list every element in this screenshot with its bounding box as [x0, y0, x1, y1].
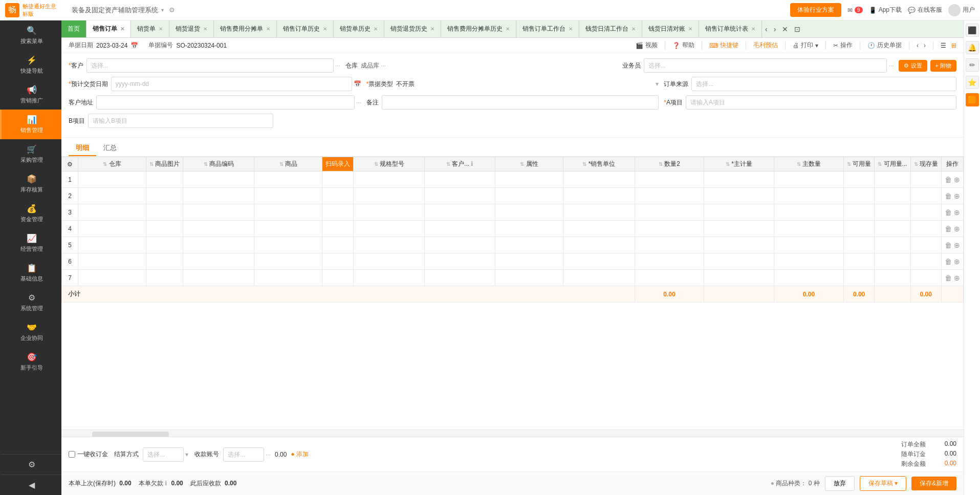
dropdown-arrow-icon[interactable]: ▾ — [161, 7, 164, 13]
customer-addr-input[interactable] — [96, 95, 355, 110]
tab-sales-order[interactable]: 销售订单 ✕ — [86, 20, 131, 37]
tab-close-icon-12[interactable]: ✕ — [751, 26, 755, 32]
row-delete-btn[interactable]: 🗑 — [945, 274, 952, 282]
col-settings[interactable]: ⚙ — [62, 157, 78, 171]
sidebar-item-purchase[interactable]: 🛒 采购管理 — [0, 139, 61, 169]
row-delete-btn[interactable]: 🗑 — [945, 225, 952, 233]
salesman-dots-btn[interactable]: ··· — [888, 62, 894, 69]
row-copy-btn[interactable]: ⊕ — [954, 225, 960, 233]
tab-daily-workbench[interactable]: 钱货日清工作台 ✕ — [579, 20, 642, 37]
sidebar-item-quicknav[interactable]: ⚡ 快捷导航 — [0, 50, 61, 80]
tab-close-icon-5[interactable]: ✕ — [323, 26, 327, 32]
bank-dots-btn[interactable]: ··· — [266, 451, 271, 458]
salesman-input[interactable] — [644, 58, 887, 73]
sidebar-item-system[interactable]: ⚙ 系统管理 — [0, 288, 61, 317]
tab-close-icon-11[interactable]: ✕ — [688, 26, 692, 32]
attachment-button[interactable]: + 附物 — [930, 60, 957, 72]
grid-view-btn[interactable]: ⊞ — [951, 42, 956, 49]
one-click-input[interactable] — [69, 451, 75, 458]
shortcut-btn[interactable]: ⌨ 快捷键 — [709, 41, 738, 50]
tab-close-icon-9[interactable]: ✕ — [569, 26, 573, 32]
col-code[interactable]: ⇅ 商品编码 — [183, 157, 254, 171]
profit-btn[interactable]: 毛利预估 — [753, 41, 778, 50]
discard-button[interactable]: 放弃 — [825, 476, 855, 491]
tab-next-btn[interactable]: › — [771, 25, 779, 33]
col-warehouse[interactable]: ⇅ 仓库 — [78, 157, 146, 171]
tab-close-icon-6[interactable]: ✕ — [374, 26, 378, 32]
tab-close-icon-10[interactable]: ✕ — [631, 26, 636, 32]
col-image[interactable]: ⇅ 商品图片 — [146, 157, 183, 171]
tab-close-icon-7[interactable]: ✕ — [430, 26, 434, 32]
customer-input[interactable] — [86, 58, 334, 73]
col-customer-code[interactable]: ⇅ 客户... ℹ — [425, 157, 495, 171]
row-copy-btn[interactable]: ⊕ — [954, 176, 960, 184]
col-qty2[interactable]: ⇅ 数量2 — [635, 157, 704, 171]
tab-order-workbench[interactable]: 销售订单工作台 ✕ — [516, 20, 579, 37]
tab-fee[interactable]: 销售费用分摊单 ✕ — [214, 20, 277, 37]
note-input[interactable] — [382, 95, 659, 110]
delivery-calendar-icon[interactable]: 📅 — [354, 80, 361, 88]
add-btn[interactable]: ● 添加 — [291, 450, 309, 459]
next-record-btn[interactable]: › — [924, 42, 926, 49]
col-spec[interactable]: ⇅ 规格型号 — [354, 157, 425, 171]
tab-close-all-btn[interactable]: ✕ — [779, 25, 791, 33]
sidebar-item-marketing[interactable]: 📢 营销推广 — [0, 80, 61, 110]
col-avail-qty[interactable]: ⇅ 可用量 — [843, 157, 874, 171]
right-btn-3[interactable]: ✏ — [966, 58, 979, 72]
tab-invoice-history[interactable]: 销货单历史 ✕ — [334, 20, 384, 37]
row-copy-btn[interactable]: ⊕ — [954, 208, 960, 217]
settle-input[interactable] — [143, 447, 184, 462]
row-delete-btn[interactable]: 🗑 — [945, 192, 952, 200]
col-attribute[interactable]: ⇅ 属性 — [495, 157, 563, 171]
col-product[interactable]: ⇅ 商品 — [254, 157, 322, 171]
addr-dots-btn[interactable]: ··· — [356, 99, 361, 106]
help-btn[interactable]: ❓ 帮助 — [672, 41, 694, 50]
tab-expand-btn[interactable]: ⊡ — [791, 25, 803, 33]
invoice-dropdown-icon[interactable]: ▾ — [656, 80, 659, 88]
sidebar-item-collapse[interactable]: ◀ — [0, 475, 61, 495]
col-unit[interactable]: ⇅ *销售单位 — [563, 157, 635, 171]
col-main-unit[interactable]: ⇅ *主计量 — [704, 157, 774, 171]
right-btn-5[interactable]: 🟧 — [966, 93, 979, 106]
b-project-input[interactable] — [88, 114, 273, 128]
row-copy-btn[interactable]: ⊕ — [954, 274, 960, 282]
row-delete-btn[interactable]: 🗑 — [945, 176, 952, 184]
sidebar-item-finance[interactable]: 💰 资金管理 — [0, 199, 61, 228]
sidebar-item-search[interactable]: 🔍 搜索菜单 — [0, 20, 61, 50]
one-click-checkbox[interactable]: 一键收订金 — [69, 450, 108, 459]
app-download-item[interactable]: 📱 App下载 — [869, 6, 902, 14]
tab-prev-btn[interactable]: ‹ — [762, 25, 771, 33]
right-btn-1[interactable]: ⬛ — [966, 24, 979, 37]
col-scan[interactable]: 扫码录入 — [322, 157, 354, 171]
row-copy-btn[interactable]: ⊕ — [954, 241, 960, 249]
settings-button[interactable]: ⚙ 设置 — [899, 60, 927, 72]
tab-return[interactable]: 销货退货 ✕ — [169, 20, 214, 37]
sidebar-item-enterprise[interactable]: 🤝 企业协同 — [0, 317, 61, 347]
row-delete-btn[interactable]: 🗑 — [945, 241, 952, 249]
print-btn[interactable]: 🖨 打印 ▾ — [793, 41, 818, 50]
tab-detail[interactable]: 明细 — [69, 141, 96, 156]
bank-input[interactable] — [223, 447, 264, 462]
online-service-item[interactable]: 💬 在线客服 — [908, 6, 942, 14]
tab-close-icon-2[interactable]: ✕ — [159, 26, 163, 32]
history-btn[interactable]: 🕐 历史单据 — [867, 41, 902, 50]
right-btn-2[interactable]: 🔔 — [966, 41, 979, 54]
delivery-input[interactable] — [111, 77, 352, 91]
row-copy-btn[interactable]: ⊕ — [954, 192, 960, 200]
settings-icon[interactable]: ⚙ — [169, 6, 175, 14]
save-new-button[interactable]: 保存&新增 — [911, 477, 956, 490]
tab-stats[interactable]: 销售订单统计表 ✕ — [699, 20, 762, 37]
tab-fee-history[interactable]: 销售费用分摊单历史 ✕ — [441, 20, 516, 37]
solution-button[interactable]: 体验行业方案 — [790, 3, 841, 17]
order-source-input[interactable] — [691, 77, 956, 91]
sidebar-item-inventory[interactable]: 📦 库存核算 — [0, 169, 61, 199]
operation-btn[interactable]: ✂ 操作 — [833, 41, 853, 50]
tab-invoice[interactable]: 销货单 ✕ — [131, 20, 169, 37]
sidebar-item-settings-bottom[interactable]: ⚙ — [0, 454, 61, 475]
a-project-input[interactable] — [686, 95, 956, 110]
message-icon-item[interactable]: ✉ 9 — [847, 7, 863, 14]
row-delete-btn[interactable]: 🗑 — [945, 257, 952, 266]
calendar-icon[interactable]: 📅 — [130, 42, 138, 49]
row-delete-btn[interactable]: 🗑 — [945, 208, 952, 217]
save-draft-arrow-icon[interactable]: ▾ — [895, 480, 898, 487]
